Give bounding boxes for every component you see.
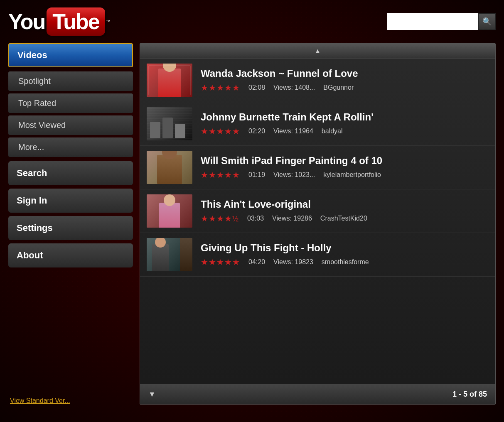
video-duration: 01:19: [248, 171, 265, 179]
video-views: Views: 1023...: [273, 171, 315, 179]
video-meta: ★★★★★ 02:20 Views: 11964 baldyal: [201, 126, 489, 136]
sign-in-label: Sign In: [17, 195, 47, 206]
video-item[interactable]: Wanda Jackson ~ Funnel of Love ★★★★★ 02:…: [140, 59, 495, 102]
video-title: This Ain't Love-original: [201, 199, 489, 210]
top-search-area: 🔍: [387, 13, 496, 30]
video-stars: ★★★★½: [201, 213, 239, 223]
video-thumbnail: [147, 194, 192, 228]
video-meta: ★★★★★ 01:19 Views: 1023... kylelambertpo…: [201, 170, 489, 180]
video-item[interactable]: Giving Up This Fight - Holly ★★★★★ 04:20…: [140, 233, 495, 277]
video-panel: Wanda Jackson ~ Funnel of Love ★★★★★ 02:…: [140, 43, 496, 405]
video-info: Giving Up This Fight - Holly ★★★★★ 04:20…: [201, 242, 489, 267]
video-title: Wanda Jackson ~ Funnel of Love: [201, 68, 489, 79]
video-author: CrashTestKid20: [320, 215, 367, 222]
scroll-down-button[interactable]: ▼: [148, 390, 156, 399]
video-list: Wanda Jackson ~ Funnel of Love ★★★★★ 02:…: [140, 59, 495, 384]
logo-you-text: You: [8, 9, 45, 34]
video-item[interactable]: Johnny Burnette Train Kept A Rollin' ★★★…: [140, 102, 495, 146]
search-input[interactable]: [387, 13, 478, 30]
video-author: baldyal: [322, 128, 343, 135]
video-title: Will Smith iPad Finger Painting 4 of 10: [201, 155, 489, 167]
video-info: Johnny Burnette Train Kept A Rollin' ★★★…: [201, 111, 489, 136]
video-stars: ★★★★★: [201, 83, 240, 93]
video-item[interactable]: This Ain't Love-original ★★★★½ 03:03 Vie…: [140, 189, 495, 233]
main-layout: Videos Spotlight Top Rated Most Viewed M…: [0, 43, 504, 405]
pagination-text: 1 - 5 of 85: [452, 390, 487, 399]
sidebar-item-search[interactable]: Search: [8, 161, 133, 185]
video-author: smoothiesforme: [322, 258, 369, 266]
panel-footer: ▼ 1 - 5 of 85: [140, 384, 495, 404]
video-stars: ★★★★★: [201, 257, 240, 267]
video-info: This Ain't Love-original ★★★★½ 03:03 Vie…: [201, 199, 489, 223]
logo-tm: ™: [106, 19, 111, 24]
header: You Tube ™ 🔍: [0, 0, 504, 43]
video-thumbnail: [147, 151, 192, 184]
videos-label: Videos: [17, 50, 47, 60]
sidebar-item-videos[interactable]: Videos: [8, 43, 133, 67]
video-meta: ★★★★★ 04:20 Views: 19823 smoothiesforme: [201, 257, 489, 267]
video-stars: ★★★★★: [201, 170, 240, 180]
logo-tube-container: Tube: [47, 7, 105, 36]
video-info: Will Smith iPad Finger Painting 4 of 10 …: [201, 155, 489, 180]
video-views: Views: 19286: [272, 215, 312, 222]
video-duration: 04:20: [248, 258, 265, 266]
sidebar-item-most-viewed[interactable]: Most Viewed: [8, 115, 133, 135]
search-label: Search: [17, 168, 47, 178]
video-views: Views: 19823: [273, 258, 313, 266]
video-views: Views: 11964: [273, 128, 313, 135]
sidebar-item-settings[interactable]: Settings: [8, 216, 133, 240]
more-label: More...: [18, 142, 44, 152]
sidebar-item-about[interactable]: About: [8, 243, 133, 267]
sidebar-item-sign-in[interactable]: Sign In: [8, 189, 133, 213]
video-thumbnail: [147, 107, 192, 140]
video-author: BGgunnor: [323, 84, 354, 91]
logo-area: You Tube ™: [8, 7, 111, 36]
video-views: Views: 1408...: [273, 84, 315, 91]
logo-tube-text: Tube: [52, 10, 99, 34]
page-wrapper: You Tube ™ 🔍 Videos Spotlight Top Rated: [0, 0, 504, 422]
sidebar: Videos Spotlight Top Rated Most Viewed M…: [8, 43, 133, 405]
sidebar-item-more[interactable]: More...: [8, 137, 133, 157]
video-duration: 02:08: [248, 84, 265, 91]
scroll-up-button[interactable]: [140, 44, 495, 59]
video-meta: ★★★★½ 03:03 Views: 19286 CrashTestKid20: [201, 213, 489, 223]
settings-label: Settings: [17, 223, 53, 233]
video-title: Johnny Burnette Train Kept A Rollin': [201, 111, 489, 123]
about-label: About: [17, 250, 43, 260]
video-title: Giving Up This Fight - Holly: [201, 242, 489, 254]
video-info: Wanda Jackson ~ Funnel of Love ★★★★★ 02:…: [201, 68, 489, 93]
sidebar-item-top-rated[interactable]: Top Rated: [8, 93, 133, 113]
top-rated-label: Top Rated: [18, 98, 56, 108]
video-duration: 03:03: [247, 215, 264, 222]
video-meta: ★★★★★ 02:08 Views: 1408... BGgunnor: [201, 83, 489, 93]
video-author: kylelambertportfolio: [323, 171, 381, 179]
search-icon: 🔍: [482, 17, 492, 26]
view-standard-link[interactable]: View Standard Ver...: [8, 394, 72, 407]
spotlight-label: Spotlight: [18, 76, 51, 86]
video-thumbnail: [147, 64, 192, 97]
most-viewed-label: Most Viewed: [18, 120, 66, 130]
sidebar-item-spotlight[interactable]: Spotlight: [8, 71, 133, 91]
video-stars: ★★★★★: [201, 126, 240, 136]
search-button[interactable]: 🔍: [478, 13, 496, 30]
video-duration: 02:20: [248, 128, 265, 135]
video-item[interactable]: Will Smith iPad Finger Painting 4 of 10 …: [140, 146, 495, 189]
video-thumbnail: [147, 238, 192, 271]
